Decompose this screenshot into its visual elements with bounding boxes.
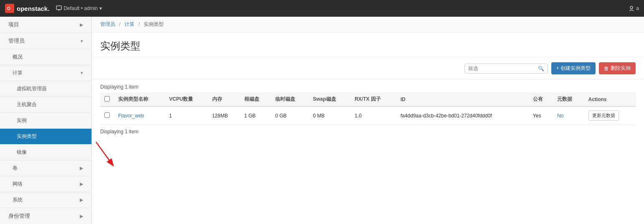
- table-row: Flavor_web 1 128MB 1 GB 0 GB 0 MB 1.0 fa…: [100, 107, 636, 125]
- sidebar-item-volumes[interactable]: 卷 ▶: [0, 160, 91, 176]
- select-all-checkbox[interactable]: [104, 96, 110, 102]
- brand-logo-icon: O: [5, 4, 14, 13]
- row-flavor-name: Flavor_web: [114, 107, 165, 125]
- toolbar: 🔍 + 创建实例类型 🗑 删除实例: [92, 57, 644, 80]
- row-memory: 128MB: [208, 107, 240, 125]
- sidebar-item-network[interactable]: 网络 ▶: [0, 176, 91, 192]
- th-temp-disk: 临时磁盘: [271, 92, 309, 107]
- breadcrumb-compute[interactable]: 计算: [124, 21, 134, 27]
- search-icon: 🔍: [538, 66, 544, 71]
- content-area: 管理员 / 计算 / 实例类型 实例类型 🔍 + 创建实例类型 🗑 删除实例 D…: [92, 17, 644, 224]
- breadcrumb-current: 实例类型: [144, 21, 164, 27]
- search-box[interactable]: 🔍: [464, 64, 548, 74]
- flavor-name-link[interactable]: Flavor_web: [118, 113, 144, 119]
- sidebar-item-vm-manager[interactable]: 虚拟机管理器: [0, 81, 91, 97]
- breadcrumb-admin[interactable]: 管理员: [100, 21, 115, 27]
- th-rxtx: RX/TX 因子: [350, 92, 396, 107]
- delete-button-label: 删除实例: [611, 65, 631, 72]
- breadcrumb-sep-2: /: [138, 21, 139, 27]
- row-vcpu: 1: [165, 107, 208, 125]
- sidebar-item-system-label: 系统: [13, 196, 23, 204]
- search-input[interactable]: [468, 66, 538, 71]
- chevron-right-icon: ▶: [80, 165, 83, 171]
- sidebar-item-admin-label: 管理员: [8, 37, 25, 45]
- brand-name: openstack.: [17, 5, 49, 12]
- sidebar-item-network-label: 网络: [13, 181, 23, 188]
- chevron-down-icon: ▾: [81, 38, 83, 44]
- th-root-disk: 根磁盘: [240, 92, 271, 107]
- sidebar-item-images-label: 镜像: [17, 149, 27, 156]
- page-header: 实例类型: [92, 33, 644, 57]
- sidebar-item-images[interactable]: 镜像: [0, 145, 91, 160]
- chevron-right-icon: ▶: [80, 181, 83, 187]
- row-id: fa4dd9aa-d3cb-42be-bd01-272d40fddd0f: [396, 107, 529, 125]
- trash-icon: 🗑: [604, 66, 609, 71]
- create-flavor-button[interactable]: + 创建实例类型: [551, 62, 596, 74]
- table-body: Flavor_web 1 128MB 1 GB 0 GB 0 MB 1.0 fa…: [100, 107, 636, 125]
- chevron-right-icon: ▶: [80, 197, 83, 203]
- item-count-top: Displaying 1 item: [100, 80, 636, 92]
- sidebar-item-compute-label: 计算: [13, 69, 23, 76]
- main-layout: 项目 ▶ 管理员 ▾ 概况 计算 ▾ 虚拟机管理器 主机聚合 实例 实: [0, 17, 644, 224]
- breadcrumb-sep-1: /: [119, 21, 120, 27]
- sidebar-item-compute[interactable]: 计算 ▾: [0, 65, 91, 81]
- row-root-disk: 1 GB: [240, 107, 271, 125]
- navbar-left: O openstack. Default • admin ▾: [5, 4, 102, 13]
- sidebar-item-overview-label: 概况: [13, 53, 23, 61]
- row-checkbox[interactable]: [104, 112, 110, 118]
- th-public: 公有: [529, 92, 553, 107]
- sidebar-item-identity-label: 身份管理: [8, 212, 30, 220]
- navbar-right[interactable]: a: [629, 5, 639, 11]
- row-rxtx: 1.0: [350, 107, 396, 125]
- navbar-menu-label: Default • admin: [63, 5, 98, 11]
- svg-text:O: O: [7, 6, 10, 11]
- chevron-right-icon: ▶: [80, 214, 83, 219]
- monitor-icon: [56, 5, 62, 11]
- row-public: Yes: [529, 107, 553, 125]
- sidebar-item-overview[interactable]: 概况: [0, 49, 91, 65]
- row-actions: 更新元数据: [584, 107, 636, 125]
- sidebar-item-instances[interactable]: 实例: [0, 113, 91, 129]
- svg-rect-2: [56, 6, 61, 10]
- sidebar-item-host-aggregate-label: 主机聚合: [17, 101, 37, 108]
- brand[interactable]: O openstack.: [5, 4, 49, 13]
- sidebar-item-instances-label: 实例: [17, 117, 27, 124]
- user-label: a: [636, 5, 639, 11]
- breadcrumb: 管理员 / 计算 / 实例类型: [92, 17, 644, 33]
- th-memory: 内存: [208, 92, 240, 107]
- page-title: 实例类型: [100, 39, 636, 53]
- row-checkbox-cell[interactable]: [100, 107, 114, 125]
- svg-point-5: [630, 6, 633, 9]
- row-metadata: No: [553, 107, 584, 125]
- metadata-link[interactable]: No: [557, 113, 563, 119]
- delete-flavor-button[interactable]: 🗑 删除实例: [599, 62, 636, 74]
- update-metadata-button[interactable]: 更新元数据: [588, 110, 619, 121]
- sidebar-item-volumes-label: 卷: [13, 165, 18, 172]
- user-icon: [629, 5, 634, 11]
- th-id: ID: [396, 92, 529, 107]
- sidebar-item-project-label: 项目: [8, 21, 19, 28]
- chevron-down-icon: ▾: [99, 5, 102, 11]
- row-swap-disk: 0 MB: [309, 107, 350, 125]
- sidebar-item-flavors[interactable]: 实例类型: [0, 129, 91, 145]
- flavors-table: 实例类型名称 VCPU数量 内存 根磁盘 临时磁盘 Swap磁盘 RX/TX 因…: [100, 92, 636, 125]
- sidebar: 项目 ▶ 管理员 ▾ 概况 计算 ▾ 虚拟机管理器 主机聚合 实例 实: [0, 17, 92, 224]
- th-actions: Actions: [584, 92, 636, 107]
- chevron-right-icon: ▶: [80, 22, 83, 28]
- top-navbar: O openstack. Default • admin ▾ a: [0, 0, 644, 17]
- table-header: 实例类型名称 VCPU数量 内存 根磁盘 临时磁盘 Swap磁盘 RX/TX 因…: [100, 92, 636, 107]
- th-swap-disk: Swap磁盘: [309, 92, 350, 107]
- navbar-menu-toggle[interactable]: Default • admin ▾: [56, 5, 102, 11]
- th-checkbox[interactable]: [100, 92, 114, 107]
- sidebar-item-admin[interactable]: 管理员 ▾: [0, 33, 91, 49]
- sidebar-item-project[interactable]: 项目 ▶: [0, 17, 91, 33]
- th-vcpu: VCPU数量: [165, 92, 208, 107]
- sidebar-item-identity[interactable]: 身份管理 ▶: [0, 208, 91, 224]
- row-temp-disk: 0 GB: [271, 107, 309, 125]
- sidebar-item-flavors-label: 实例类型: [17, 133, 37, 140]
- table-container: Displaying 1 item 实例类型名称 VCPU数量 内存 根磁盘 临…: [92, 80, 644, 137]
- sidebar-item-host-aggregate[interactable]: 主机聚合: [0, 97, 91, 113]
- item-count-bottom: Displaying 1 item: [100, 125, 636, 137]
- th-metadata: 元数据: [553, 92, 584, 107]
- sidebar-item-system[interactable]: 系统 ▶: [0, 192, 91, 208]
